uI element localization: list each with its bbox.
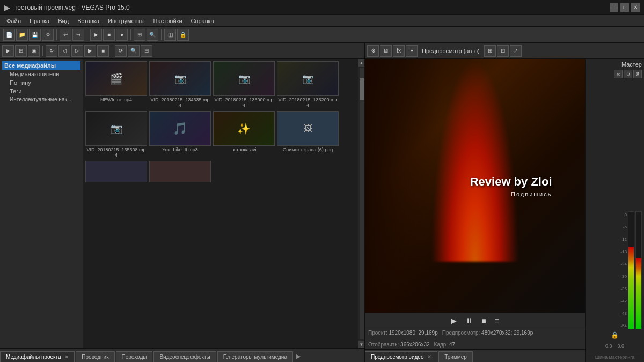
master-eq-btn[interactable]: ⚙ (624, 70, 632, 78)
media-tb-next[interactable]: ▷ (71, 45, 83, 57)
media-content: Все медиафайлы Медианакопители По типу Т… (0, 59, 364, 348)
master-fx-btn[interactable]: fx (614, 70, 623, 78)
media-item-extra2-label (149, 182, 211, 184)
tree-all-media[interactable]: Все медиафайлы (2, 61, 80, 70)
record-button[interactable]: ● (116, 29, 128, 41)
lock-button[interactable]: 🔒 (177, 29, 189, 41)
frame-label: Кадр: (434, 342, 448, 348)
menu-file[interactable]: Файл (2, 17, 25, 25)
media-tb-zoom[interactable]: 🔍 (128, 45, 140, 57)
tick-48: -48 (616, 311, 627, 316)
media-item-extra1[interactable] (85, 161, 147, 184)
media-tb-stop[interactable]: ■ (97, 45, 109, 57)
media-tb-grid[interactable]: ⊟ (141, 45, 152, 57)
settings-button[interactable]: ⚙ (42, 29, 54, 41)
tab-trimmer[interactable]: Триммер (438, 351, 473, 362)
preview-tb-copy[interactable]: ⊡ (497, 45, 509, 57)
media-item-vid2[interactable]: 📷 VID_20180215_135000.mp4 (213, 61, 275, 109)
scroll-thumb[interactable] (360, 78, 364, 100)
preview-menu-btn[interactable]: ≡ (493, 315, 501, 326)
grid-view-button[interactable]: ⊞ (134, 29, 145, 41)
media-item-vid1[interactable]: 📷 VID_20180215_134635.mp4 (149, 61, 211, 109)
menu-help[interactable]: Справка (187, 17, 218, 25)
media-item-vid3-label: VID_20180215_135200.mp4 (277, 96, 339, 109)
preview-tab-close[interactable]: ✕ (427, 354, 431, 360)
preview-play-btn[interactable]: ▶ (449, 315, 459, 326)
minimize-button[interactable]: — (610, 3, 618, 12)
preview-tb-fx[interactable]: fx (393, 45, 405, 57)
frame-info: Кадр: 47 (434, 342, 455, 348)
media-item-vid2-label: VID_20180215_135000.mp4 (213, 96, 275, 109)
tree-smart[interactable]: Интеллектуальные нак... (2, 95, 80, 104)
tab-explorer[interactable]: Проводник (76, 351, 114, 362)
tree-tags[interactable]: Теги (2, 87, 80, 95)
media-tb-loop[interactable]: ⟳ (115, 45, 127, 57)
media-item-intro[interactable]: 🎬 NEWIntro.mp4 (85, 61, 147, 109)
media-tb-playback[interactable]: ▶ (84, 45, 96, 57)
tick-42: -42 (616, 299, 627, 304)
new-button[interactable]: 📄 (3, 29, 15, 41)
tab-effects[interactable]: Видеоспецэффекты (153, 351, 216, 362)
open-button[interactable]: 📁 (16, 29, 28, 41)
preview-tb-dropdown[interactable]: ▾ (406, 45, 418, 57)
snap-button[interactable]: ◫ (164, 29, 176, 41)
tab-transitions[interactable]: Переходы (116, 351, 153, 362)
redo-button[interactable]: ↪ (72, 29, 84, 41)
scroll-track[interactable] (360, 68, 364, 339)
preview-toolbar: ⚙ 🖥 fx ▾ Предпросмотр (авто) ⊞ ⊡ ↗ (365, 43, 644, 59)
title-bar: ▶ тестовый проект.veg - VEGAS Pro 15.0 —… (0, 0, 644, 15)
close-button[interactable]: ✕ (631, 3, 640, 12)
maximize-button[interactable]: □ (620, 3, 629, 12)
toolbar-separator-4 (161, 29, 162, 40)
tab-close-media[interactable]: ✕ (64, 354, 69, 360)
media-item-extra2[interactable] (149, 161, 211, 184)
menu-edit[interactable]: Правка (25, 17, 54, 25)
save-button[interactable]: 💾 (29, 29, 41, 41)
master-lock[interactable]: 🔒 (588, 331, 642, 339)
stop-button[interactable]: ■ (103, 29, 115, 41)
preview-tb-ext[interactable]: ↗ (510, 45, 522, 57)
tab-media-project[interactable]: Медиафайлы проекта ✕ (0, 351, 75, 362)
menu-insert[interactable]: Вставка (73, 17, 104, 25)
media-toolbar: ▶ ⊞ ◉ ↻ ◁ ▷ ▶ ■ ⟳ 🔍 ⊟ (0, 43, 364, 59)
media-item-audio[interactable]: 🎵 You_Like_It.mp3 (149, 111, 211, 159)
media-item-png[interactable]: 🖼 Снимок экрана (6).png (277, 111, 339, 159)
media-tb-sep (42, 46, 43, 56)
media-tb-capture[interactable]: ◉ (28, 45, 40, 57)
master-chain-btn[interactable]: ⛓ (633, 70, 642, 78)
menu-view[interactable]: Вид (54, 17, 73, 25)
media-tb-refresh[interactable]: ↻ (46, 45, 57, 57)
tree-media-holders[interactable]: Медианакопители (2, 70, 80, 78)
media-tb-btn2[interactable]: ⊞ (15, 45, 27, 57)
play-button[interactable]: ▶ (90, 29, 102, 41)
menu-tools[interactable]: Инструменты (104, 17, 149, 25)
zoom-button[interactable]: 🔍 (147, 29, 158, 41)
tab-generators[interactable]: Генераторы мультимедиа (217, 351, 293, 362)
media-item-vid4[interactable]: 📷 VID_20180215_135308.mp4 (85, 111, 147, 159)
media-item-avi[interactable]: ✨ вставка.avi (213, 111, 275, 159)
media-tb-prev[interactable]: ◁ (58, 45, 70, 57)
preview-stop-btn[interactable]: ■ (479, 315, 488, 326)
preview-tb-monitor[interactable]: 🖥 (380, 45, 392, 57)
preview-tb-settings[interactable]: ⚙ (367, 45, 379, 57)
meter-right-fill (636, 258, 641, 329)
media-tb-sep2 (112, 46, 112, 56)
undo-button[interactable]: ↩ (60, 29, 71, 41)
media-item-vid3[interactable]: 📷 VID_20180215_135200.mp4 (277, 61, 339, 109)
menu-settings[interactable]: Настройки (149, 17, 187, 25)
preview-tb-grid2[interactable]: ⊞ (484, 45, 496, 57)
media-tb-btn1[interactable]: ▶ (2, 45, 14, 57)
preview-text-block: Review by Zloi Подпишись (470, 175, 552, 197)
media-tree: Все медиафайлы Медианакопители По типу Т… (0, 59, 83, 348)
scroll-down-arrow[interactable]: ▼ (358, 341, 365, 348)
preview-pause-btn[interactable]: ⏸ (463, 315, 475, 326)
tick-12: -12 (616, 237, 627, 242)
right-panel: ⚙ 🖥 fx ▾ Предпросмотр (авто) ⊞ ⊡ ↗ Revie (365, 43, 644, 362)
scroll-up-arrow[interactable]: ▲ (358, 59, 365, 67)
project-label: Проект: (368, 330, 387, 336)
tree-by-type[interactable]: По типу (2, 78, 80, 87)
tab-more-arrow[interactable]: ▶ (294, 351, 303, 362)
media-item-intro-label: NEWIntro.mp4 (85, 96, 147, 104)
main-toolbar: 📄 📁 💾 ⚙ ↩ ↪ ▶ ■ ● ⊞ 🔍 ◫ 🔒 (0, 27, 644, 43)
tab-preview-video[interactable]: Предпросмотр видео ✕ (365, 351, 437, 362)
